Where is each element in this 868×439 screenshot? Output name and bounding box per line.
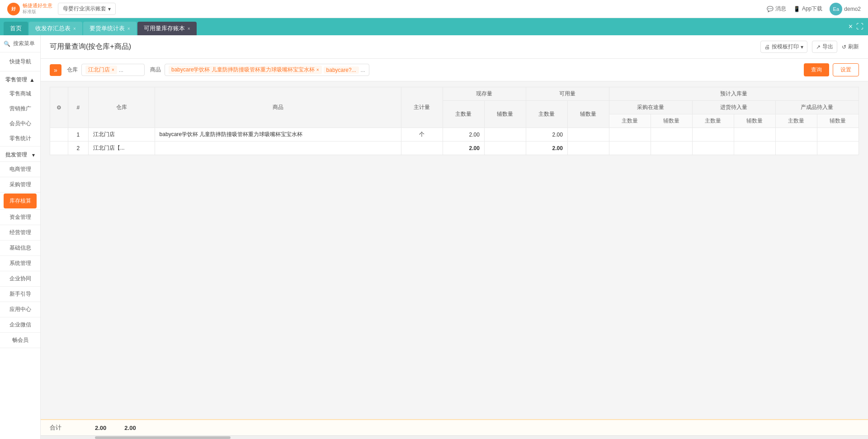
message-action[interactable]: 💬 消息 <box>767 5 786 13</box>
settings-button[interactable]: 设置 <box>833 63 859 76</box>
col-stock-sub: 辅数量 <box>484 101 526 128</box>
tab-collect[interactable]: 收发存汇总表 × <box>29 22 82 35</box>
sidebar-item-retail-mall[interactable]: 零售商城 <box>0 86 40 101</box>
row2-available-sub <box>567 142 609 155</box>
export-label: 导出 <box>822 43 833 51</box>
sidebar-section-operations: 经营管理 <box>0 225 40 241</box>
warehouse-input[interactable]: 江北门店 × ... <box>81 64 145 76</box>
tab-collect-close[interactable]: × <box>73 26 76 31</box>
top-bar: 好 畅捷通好生意 标准版 母婴行业演示账套 ▾ 💬 消息 📱 App下载 Ea … <box>0 0 868 18</box>
page-header-actions: 🖨 按模板打印 ▾ ↗ 导出 ↺ 刷新 <box>760 41 859 58</box>
product-tag-1-value: babycare学饮杯 儿童防摔防撞吸管杯重力球吸嘴杯宝宝水杯 <box>171 66 315 74</box>
sidebar-item-purchase[interactable]: 采购管理 <box>0 177 40 192</box>
sidebar-item-operations[interactable]: 经营管理 <box>0 225 40 240</box>
sidebar-section-wechat: 企业微信 <box>0 317 40 333</box>
sidebar-retail-header[interactable]: 零售管理 ▲ <box>0 71 40 86</box>
row1-unit: 个 <box>401 128 443 142</box>
tab-order-stat-close[interactable]: × <box>127 26 130 31</box>
col-available-group: 可用量 <box>526 87 609 101</box>
sidebar-item-marketing[interactable]: 营销推广 <box>0 101 40 116</box>
col-warehouse: 仓库 <box>88 87 155 128</box>
scroll-thumb[interactable] <box>95 436 231 439</box>
sidebar-item-finance[interactable]: 资金管理 <box>0 210 40 225</box>
warehouse-more[interactable]: ... <box>119 67 123 73</box>
sidebar-item-member-center[interactable]: 会员中心 <box>0 116 40 131</box>
print-label: 按模板打印 <box>772 43 799 51</box>
search-icon: 🔍 <box>4 41 10 47</box>
product-label: 商品 <box>150 66 161 74</box>
scroll-track <box>41 435 868 439</box>
user-action[interactable]: Ea demo2 <box>830 3 861 15</box>
col-forecast-group: 预计入库量 <box>609 87 859 101</box>
row2-warehouse: 江北门店【... <box>88 142 155 155</box>
sidebar-retail-label: 零售管理 <box>5 76 27 84</box>
refresh-label: 刷新 <box>848 43 859 51</box>
username: demo2 <box>844 6 861 12</box>
close-all-tabs-button[interactable]: × <box>849 23 853 31</box>
col-available-sub: 辅数量 <box>567 101 609 128</box>
print-button[interactable]: 🖨 按模板打印 ▾ <box>760 41 807 53</box>
industry-selector[interactable]: 母婴行业演示账套 ▾ <box>58 3 116 15</box>
tab-home[interactable]: 首页 <box>4 22 28 35</box>
product-more[interactable]: ... <box>361 67 365 73</box>
query-button[interactable]: 查询 <box>804 63 829 76</box>
sidebar-item-member[interactable]: 畅会员 <box>0 333 40 348</box>
sidebar-item-inventory[interactable]: 库存核算 <box>4 194 37 208</box>
warehouse-tag-remove[interactable]: × <box>112 67 114 72</box>
sidebar-section-wholesale: 批发管理 ▾ <box>0 146 40 162</box>
row2-available-main: 2.00 <box>526 142 567 155</box>
print-chevron-icon: ▾ <box>801 44 803 50</box>
col-unit: 主计量 <box>401 87 443 128</box>
logo-texts: 畅捷通好生意 标准版 <box>23 3 52 15</box>
sidebar-wholesale-label: 批发管理 <box>5 151 27 159</box>
sidebar-item-basic[interactable]: 基础信息 <box>0 241 40 255</box>
row1-index: 1 <box>68 128 89 142</box>
sidebar-section-purchase: 采购管理 <box>0 177 40 193</box>
product-input[interactable]: babycare学饮杯 儿童防摔防撞吸管杯重力球吸嘴杯宝宝水杯 × babyca… <box>165 64 369 76</box>
sidebar-section-enterprise: 企业协同 <box>0 271 40 287</box>
tab-home-label: 首页 <box>10 24 22 33</box>
sidebar-search-label: 搜索菜单 <box>13 40 35 47</box>
sidebar-item-ecommerce[interactable]: 电商管理 <box>0 162 40 177</box>
tab-available-stock[interactable]: 可用量库存账本 × <box>137 22 197 35</box>
sidebar-item-guide[interactable]: 新手引导 <box>0 287 40 302</box>
sidebar-item-system[interactable]: 系统管理 <box>0 256 40 271</box>
col-product: 商品 <box>155 87 401 128</box>
refresh-button[interactable]: ↺ 刷新 <box>842 43 859 51</box>
col-production-sub: 辅数量 <box>817 114 859 128</box>
tab-available-stock-close[interactable]: × <box>188 26 190 31</box>
sidebar-section-ecommerce: 电商管理 <box>0 162 40 177</box>
row1-product: babycare学饮杯 儿童防摔防撞吸管杯重力球吸嘴杯宝宝水杯 <box>155 128 401 142</box>
tab-order-stat[interactable]: 要货单统计表 × <box>83 22 137 35</box>
logo-area: 好 畅捷通好生意 标准版 <box>7 3 52 15</box>
filter-toggle-button[interactable]: » <box>50 64 61 76</box>
sidebar-search[interactable]: 🔍 搜索菜单 <box>0 35 40 52</box>
table-container: ⚙ # 仓库 商品 主计量 现存量 可用量 预计入库量 主数量 辅数量 主数量 … <box>41 81 868 419</box>
row1-gear <box>50 128 68 142</box>
chevron-down-icon: ▾ <box>32 152 35 158</box>
row2-product <box>155 142 401 155</box>
col-purchase-sub: 辅数量 <box>651 114 692 128</box>
row1-production-sub <box>817 128 859 142</box>
sidebar-item-wechat[interactable]: 企业微信 <box>0 317 40 332</box>
product-tag-1-remove[interactable]: × <box>316 67 319 72</box>
avatar: Ea <box>830 3 842 15</box>
row2-production-sub <box>817 142 859 155</box>
sidebar: 🔍 搜索菜单 快捷导航 零售管理 ▲ 零售商城 营销推广 会员中心 零售统计 批… <box>0 35 41 439</box>
warehouse-filter-group: 仓库 江北门店 × ... <box>67 64 145 76</box>
sidebar-item-appstore[interactable]: 应用中心 <box>0 302 40 317</box>
export-button[interactable]: ↗ 导出 <box>812 41 837 53</box>
phone-icon: 📱 <box>793 6 800 12</box>
app-download-action[interactable]: 📱 App下载 <box>793 5 822 13</box>
industry-label: 母婴行业演示账套 <box>63 5 106 13</box>
row1-purchase-main <box>609 128 651 142</box>
sidebar-item-enterprise[interactable]: 企业协同 <box>0 271 40 286</box>
fullscreen-button[interactable]: ⛶ <box>856 23 863 31</box>
col-gear: ⚙ <box>50 87 68 128</box>
sidebar-item-quick-nav[interactable]: 快捷导航 <box>0 54 40 69</box>
row1-stock-main: 2.00 <box>443 128 484 142</box>
col-index: # <box>68 87 89 128</box>
sidebar-wholesale-header[interactable]: 批发管理 ▾ <box>0 146 40 161</box>
summary-stock-main: 2.00 <box>95 425 106 431</box>
sidebar-item-retail-stats[interactable]: 零售统计 <box>0 131 40 146</box>
